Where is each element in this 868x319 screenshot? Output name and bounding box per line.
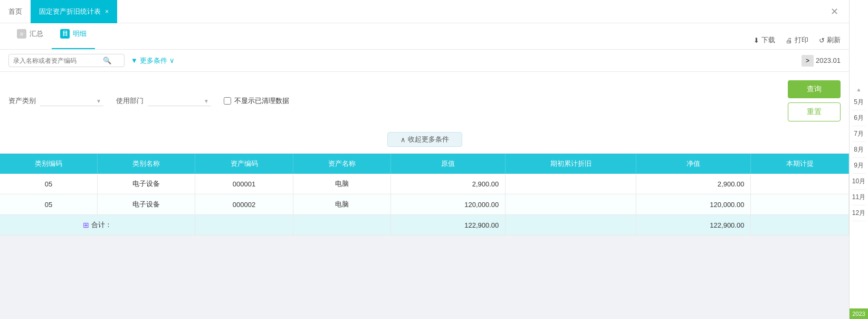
year-badge: 2023	[850, 308, 868, 319]
cell-asset-code: 000001	[195, 174, 293, 194]
cell-asset-code: 000002	[195, 194, 293, 215]
sidebar-month-10月[interactable]: 10月	[852, 174, 865, 190]
top-nav: 首页 固定资产折旧统计表 × ✕	[0, 0, 849, 23]
refresh-label: 刷新	[827, 35, 841, 45]
total-net-value: 122,900.00	[636, 215, 751, 236]
refresh-icon: ↺	[819, 36, 825, 44]
more-conditions-label: 更多条件	[140, 56, 167, 65]
department-select[interactable]	[148, 96, 211, 106]
sidebar-month-12月[interactable]: 12月	[852, 205, 865, 221]
cell-original-value: 120,000.00	[391, 194, 505, 215]
department-label: 使用部门	[116, 96, 144, 106]
sidebar-month-11月[interactable]: 11月	[852, 190, 865, 205]
total-original-value: 122,900.00	[391, 215, 505, 236]
search-icon: 🔍	[103, 57, 111, 64]
chevron-down-icon: ∨	[169, 57, 175, 64]
toolbar: ⬇ 下载 🖨 打印 ↺ 刷新	[753, 35, 841, 49]
cell-accumulated-depreciation	[505, 194, 636, 215]
date-navigation: > 2023.01	[802, 55, 841, 67]
download-button[interactable]: ⬇ 下载	[753, 35, 775, 45]
cell-category-name: 电子设备	[97, 194, 195, 215]
cell-category-code: 05	[0, 194, 97, 215]
date-display: 2023.01	[816, 57, 841, 64]
month-list: 5月6月7月8月9月10月11月12月	[852, 95, 865, 221]
total-icon: ⊞	[83, 221, 89, 229]
cell-net-value: 2,900.00	[636, 174, 751, 194]
filter-icon: ▼	[131, 57, 138, 64]
asset-category-field: 资产类别 ▼	[8, 96, 103, 106]
tab-detail-label: 明细	[73, 29, 87, 39]
sidebar-month-8月[interactable]: 8月	[852, 142, 865, 158]
filter-row-1: 资产类别 ▼ 使用部门 ▼ 不显示已清理数	[8, 80, 841, 121]
total-row: ⊞ 合计： 122,900.00 122,900.00	[0, 215, 849, 236]
total-label-cell: ⊞ 合计：	[0, 215, 195, 236]
total-label-text: 合计：	[91, 220, 112, 230]
collapse-section: ∧ 收起更多条件	[8, 128, 841, 149]
total-empty-1	[195, 215, 293, 236]
data-table-container: 类别编码 类别名称 资产编码 资产名称 原值 期初累计折旧 净值 本期计提 05…	[0, 154, 849, 319]
cell-current-depreciation	[751, 174, 849, 194]
print-button[interactable]: 🖨 打印	[786, 35, 808, 45]
tab-title: 固定资产折旧统计表	[39, 7, 101, 16]
col-category-code: 类别编码	[0, 154, 97, 174]
sidebar-month-6月[interactable]: 6月	[852, 110, 865, 126]
download-icon: ⬇	[753, 36, 759, 44]
collapse-label: 收起更多条件	[408, 135, 449, 144]
tab-bar: ≡ 汇总 目 明细 ⬇ 下载 🖨 打印 ↺ 刷新	[0, 23, 849, 50]
tab-close-icon[interactable]: ×	[105, 8, 109, 15]
more-conditions-button[interactable]: ▼ 更多条件 ∨	[131, 56, 175, 65]
no-cleared-field: 不显示已清理数据	[224, 96, 289, 106]
col-current-depreciation: 本期计提	[751, 154, 849, 174]
table-row: 05 电子设备 000002 电脑 120,000.00 120,000.00	[0, 194, 849, 215]
summary-icon: ≡	[17, 29, 26, 39]
collapse-button[interactable]: ∧ 收起更多条件	[387, 132, 462, 147]
col-original-value: 原值	[391, 154, 505, 174]
scroll-up-icon[interactable]: ▲	[850, 85, 868, 95]
col-category-name: 类别名称	[97, 154, 195, 174]
tab-summary-label: 汇总	[30, 29, 43, 39]
department-select-wrapper: ▼	[148, 96, 211, 106]
sidebar-month-9月[interactable]: 9月	[852, 158, 865, 174]
window-close-button[interactable]: ✕	[831, 6, 849, 17]
no-cleared-checkbox[interactable]	[224, 97, 231, 105]
query-button[interactable]: 查询	[788, 80, 841, 98]
sidebar-month-7月[interactable]: 7月	[852, 126, 865, 142]
asset-category-select[interactable]	[40, 96, 103, 106]
reset-button[interactable]: 重置	[788, 102, 841, 121]
cell-asset-name: 电脑	[293, 174, 391, 194]
date-nav-prev[interactable]: >	[802, 55, 814, 67]
collapse-icon: ∧	[400, 136, 406, 144]
no-cleared-label: 不显示已清理数据	[234, 96, 289, 106]
table-row: 05 电子设备 000001 电脑 2,900.00 2,900.00	[0, 174, 849, 194]
search-input[interactable]	[13, 57, 103, 64]
asset-category-label: 资产类别	[8, 96, 36, 106]
refresh-button[interactable]: ↺ 刷新	[819, 35, 841, 45]
active-tab[interactable]: 固定资产折旧统计表 ×	[31, 0, 117, 23]
sidebar-month-5月[interactable]: 5月	[852, 95, 865, 110]
col-asset-code: 资产编码	[195, 154, 293, 174]
total-current-depreciation	[751, 215, 849, 236]
advanced-filter-panel: 资产类别 ▼ 使用部门 ▼ 不显示已清理数	[0, 72, 849, 154]
search-bar: 🔍 ▼ 更多条件 ∨ > 2023.01	[0, 50, 849, 72]
cell-accumulated-depreciation	[505, 174, 636, 194]
search-wrapper: 🔍	[8, 54, 125, 67]
home-nav[interactable]: 首页	[8, 7, 31, 16]
cell-asset-name: 电脑	[293, 194, 391, 215]
asset-category-select-wrapper: ▼	[40, 96, 103, 106]
cell-category-code: 05	[0, 174, 97, 194]
cell-category-name: 电子设备	[97, 174, 195, 194]
total-empty-2	[293, 215, 391, 236]
col-accumulated-depreciation: 期初累计折旧	[505, 154, 636, 174]
tab-detail[interactable]: 目 明细	[52, 23, 95, 49]
total-accumulated-depreciation	[505, 215, 636, 236]
col-asset-name: 资产名称	[293, 154, 391, 174]
data-table: 类别编码 类别名称 资产编码 资产名称 原值 期初累计折旧 净值 本期计提 05…	[0, 154, 849, 236]
print-label: 打印	[795, 35, 808, 45]
right-sidebar: ▲ 5月6月7月8月9月10月11月12月 2023	[849, 0, 868, 319]
tab-summary[interactable]: ≡ 汇总	[8, 23, 52, 49]
cell-current-depreciation	[751, 194, 849, 215]
cell-original-value: 2,900.00	[391, 174, 505, 194]
tab-list: ≡ 汇总 目 明细	[8, 23, 95, 49]
table-header-row: 类别编码 类别名称 资产编码 资产名称 原值 期初累计折旧 净值 本期计提	[0, 154, 849, 174]
col-net-value: 净值	[636, 154, 751, 174]
